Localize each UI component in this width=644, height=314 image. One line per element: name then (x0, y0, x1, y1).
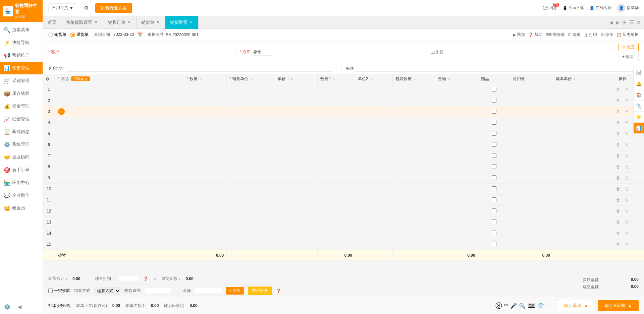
cost-price-cell-6[interactable] (553, 139, 601, 150)
rp-star-icon[interactable]: ⭐ (634, 112, 644, 123)
tab-sales-return[interactable]: 销货退货 ✕ (165, 16, 199, 29)
delete-row-btn-8[interactable]: 🗑 (614, 163, 622, 171)
package-qty-cell-5[interactable] (392, 128, 435, 139)
quantity2-cell-2[interactable] (318, 95, 355, 106)
cost-price-cell-9[interactable] (553, 173, 601, 184)
package-qty-cell-11[interactable] (392, 195, 435, 206)
amount-cell-12[interactable] (435, 206, 478, 217)
cost-price-info-icon[interactable]: ℹ (574, 77, 575, 81)
gift-cell-9[interactable] (478, 173, 510, 184)
unit2-cell-15[interactable] (355, 239, 392, 250)
cost-price-cell-1[interactable] (553, 84, 601, 95)
unit2-cell-12[interactable] (355, 206, 392, 217)
sidebar-item-guide[interactable]: 🎯 新手引导 (0, 164, 43, 176)
cost-price-cell-12[interactable] (553, 206, 601, 217)
unit2-cell-5[interactable] (355, 128, 392, 139)
quantity-cell-10[interactable] (184, 184, 227, 195)
gift-cell-15[interactable] (478, 239, 510, 250)
sidebar-settings-icon[interactable]: ⚙️ (3, 302, 12, 311)
amount-cell-6[interactable] (435, 139, 478, 150)
tab-close-sales-delivery[interactable]: ✕ (156, 20, 160, 25)
quantity2-cell-11[interactable] (318, 195, 355, 206)
amount-cell-7[interactable] (435, 150, 478, 162)
quantity2-cell-12[interactable] (318, 206, 355, 217)
sales-unit-cell-4[interactable] (227, 117, 275, 128)
tab-close-sales-order[interactable]: ✕ (127, 20, 131, 25)
scan-input-btn[interactable]: 扫码录入 (71, 76, 90, 81)
unit-price-cell-12[interactable] (275, 206, 318, 217)
amount-cell-15[interactable] (435, 239, 478, 250)
gift-cell-7[interactable] (478, 150, 510, 162)
copy-row-btn-10[interactable]: ⎘ (623, 185, 630, 193)
quantity-cell-14[interactable] (184, 228, 227, 239)
unit2-sort-icon[interactable]: ⇅ (370, 77, 373, 81)
unit-price-cell-11[interactable] (275, 195, 318, 206)
unit-price-sort-icon[interactable]: ⇅ (290, 77, 293, 81)
rp-note-icon[interactable]: 📝 (634, 67, 644, 78)
unit-price-cell-2[interactable] (275, 95, 318, 106)
sales-unit-cell-8[interactable] (227, 162, 275, 173)
settings-button[interactable]: ⚙ 设置 (619, 43, 639, 51)
unit-price-cell-6[interactable] (275, 139, 318, 150)
sales-unit-cell-3[interactable] (227, 106, 275, 117)
copy-row-btn-8[interactable]: ⎘ (623, 163, 630, 171)
product-cell-7[interactable] (55, 150, 184, 162)
package-qty-cell-13[interactable] (392, 217, 435, 228)
sidebar-item-member[interactable]: 👑 畅会员 (0, 202, 43, 214)
quantity-cell-8[interactable] (184, 162, 227, 173)
unit-price-cell-3[interactable] (275, 106, 318, 117)
sidebar-item-appstore[interactable]: 🏪 应用中心 (0, 176, 43, 189)
copy-row-btn-9[interactable]: ⎘ (623, 174, 630, 182)
sales-unit-cell-14[interactable] (227, 228, 275, 239)
quantity-cell-1[interactable] (184, 84, 227, 95)
unit-price-info-icon[interactable]: ℹ (287, 77, 289, 81)
trial-button[interactable]: 体验行业方案 (95, 3, 132, 13)
help-btn[interactable]: ❓ 帮助 (528, 32, 542, 38)
delete-row-btn-12[interactable]: 🗑 (614, 207, 622, 215)
product-cell-10[interactable] (55, 184, 184, 195)
quantity-cell-6[interactable] (184, 139, 227, 150)
delete-row-btn-10[interactable]: 🗑 (614, 185, 622, 193)
quantity2-cell-6[interactable] (318, 139, 355, 150)
unit2-cell-2[interactable] (355, 95, 392, 106)
delete-row-btn-14[interactable]: 🗑 (614, 230, 622, 237)
product-cell-2[interactable] (55, 95, 184, 106)
history-btn[interactable]: 📋 历史单据 (616, 32, 639, 38)
quantity2-cell-9[interactable] (318, 173, 355, 184)
product-cell-1[interactable] (55, 84, 184, 95)
unit-price-cell-7[interactable] (275, 150, 318, 162)
tab-close-sales-return[interactable]: ✕ (189, 20, 194, 25)
online-service-button[interactable]: 👤 在线客服 (589, 5, 612, 11)
unit-price-cell-1[interactable] (275, 84, 318, 95)
amount-input[interactable] (195, 288, 222, 293)
print-btn[interactable]: 🖨 打印 (584, 32, 597, 38)
available-cell-10[interactable] (510, 184, 553, 195)
gift-cell-11[interactable] (478, 195, 510, 206)
quantity2-cell-15[interactable] (318, 239, 355, 250)
sales-unit-cell-15[interactable] (227, 239, 275, 250)
available-cell-14[interactable] (510, 228, 553, 239)
available-cell-11[interactable] (510, 195, 553, 206)
radio-delivery[interactable]: 销货单 (48, 32, 66, 38)
amount-cell-3[interactable] (435, 106, 478, 117)
product-cell-4[interactable] (55, 117, 184, 128)
cost-price-cell-14[interactable] (553, 228, 601, 239)
gear-icon[interactable]: ⚙ (81, 3, 91, 12)
product-input-${row.num}[interactable] (66, 110, 133, 114)
product-cell-5[interactable] (55, 128, 184, 139)
cost-price-cell-8[interactable] (553, 162, 601, 173)
quantity2-cell-3[interactable] (318, 106, 355, 117)
product-cell-9[interactable] (55, 173, 184, 184)
mic-icon[interactable]: 🎤 (510, 303, 517, 309)
gift-checkbox-8[interactable] (492, 164, 496, 169)
user-menu[interactable]: 👤 徐泽华 (617, 4, 639, 12)
gift-cell-1[interactable] (478, 84, 510, 95)
radio-return[interactable]: 退货单 (70, 32, 89, 38)
tab-home[interactable]: 首页 (43, 16, 61, 29)
product-cell-6[interactable] (55, 139, 184, 150)
delete-row-btn-9[interactable]: 🗑 (614, 174, 622, 182)
gift-cell-4[interactable] (478, 117, 510, 128)
unit2-cell-9[interactable] (355, 173, 392, 184)
rp-clip-icon[interactable]: 📎 (634, 101, 644, 112)
tab-sales-delivery[interactable]: 销货单 ✕ (137, 16, 165, 29)
